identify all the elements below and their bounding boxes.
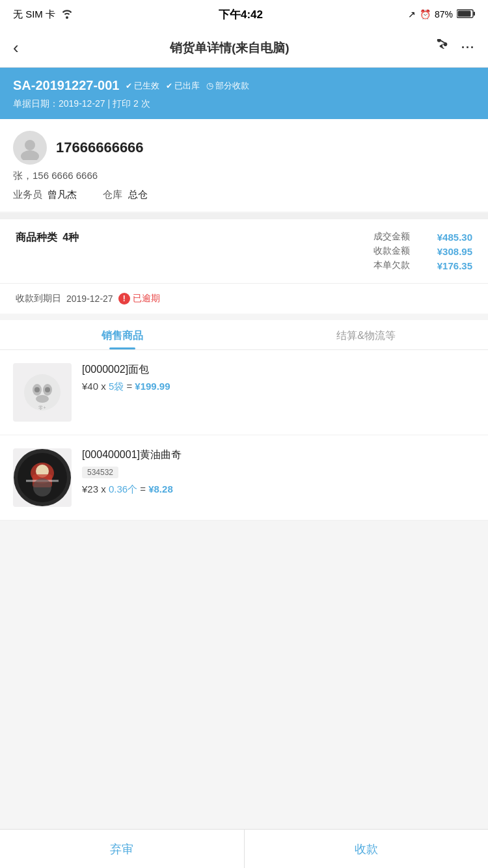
tab-sales-products[interactable]: 销售商品 [0, 320, 244, 349]
status-bar: 无 SIM 卡 下午4:42 ↗ ⏰ 87% [0, 0, 488, 29]
svg-point-4 [21, 150, 39, 160]
status-right: ↗ ⏰ 87% [408, 9, 475, 20]
overdue-text: 已逾期 [133, 293, 160, 305]
tab-settlement[interactable]: 结算&物流等 [244, 320, 488, 349]
page-title: 销货单详情(来自电脑) [25, 40, 434, 57]
svg-point-9 [45, 387, 50, 392]
customer-name: 张，156 6666 6666 [13, 170, 475, 182]
category-stat: 商品种类 4种 [16, 231, 79, 245]
product-image-1: 零+ [13, 363, 72, 422]
nav-bar: ‹ 销货单详情(来自电脑) ··· [0, 29, 488, 68]
wifi-icon [61, 8, 74, 21]
owed-label: 本单欠款 [373, 260, 410, 271]
list-item: [000400001]黄油曲奇 534532 ¥23 x 0.36个 = ¥8.… [0, 435, 488, 521]
order-id: SA-20191227-001 [13, 78, 119, 93]
product-info-1: [0000002]面包 ¥40 x 5袋 = ¥199.99 [82, 363, 475, 393]
overdue-badge: ! 已逾期 [118, 293, 160, 305]
product-price-2: ¥23 x 0.36个 = ¥8.28 [82, 483, 475, 496]
product-name-1: [0000002]面包 [82, 363, 475, 377]
order-date: 单据日期：2019-12-27 | 打印 2 次 [13, 98, 475, 110]
alarm-icon: ⏰ [420, 9, 431, 20]
badge-partial: 部分收款 [206, 80, 249, 92]
stats-section: 商品种类 4种 成交金额 ¥485.30 收款金额 ¥308.95 本单欠款 ¥… [0, 219, 488, 283]
status-time: 下午4:42 [219, 7, 263, 22]
customer-phone: 17666666666 [56, 139, 144, 156]
avatar [13, 131, 47, 165]
product-list: 零+ [0000002]面包 ¥40 x 5袋 = ¥199.99 [0, 350, 488, 521]
nav-actions: ··· [434, 39, 475, 57]
received-value: ¥308.95 [420, 246, 472, 257]
overdue-icon: ! [118, 293, 130, 305]
warehouse-field: 仓库 总仓 [103, 189, 147, 201]
svg-point-8 [34, 387, 40, 392]
deal-label: 成交金额 [373, 231, 410, 243]
owed-value: ¥176.35 [420, 260, 472, 271]
battery-icon [457, 9, 475, 20]
customer-section: 17666666666 张，156 6666 6666 业务员 曾凡杰 仓库 总… [0, 119, 488, 211]
svg-point-10 [36, 395, 49, 403]
svg-point-3 [25, 140, 35, 150]
amount-stats: 成交金额 ¥485.30 收款金额 ¥308.95 本单欠款 ¥176.35 [373, 231, 472, 271]
tabs-row: 销售商品 结算&物流等 [0, 320, 488, 350]
no-sim-text: 无 SIM 卡 [13, 8, 55, 21]
svg-rect-2 [457, 10, 470, 16]
due-section: 收款到期日 2019-12-27 ! 已逾期 [0, 283, 488, 314]
received-label: 收款金额 [373, 245, 410, 257]
due-label: 收款到期日 [16, 293, 61, 305]
deal-value: ¥485.30 [420, 232, 472, 243]
list-item: 零+ [0000002]面包 ¥40 x 5袋 = ¥199.99 [0, 350, 488, 435]
tabs-section: 销售商品 结算&物流等 [0, 320, 488, 350]
owed-row: 本单欠款 ¥176.35 [373, 260, 472, 271]
status-left: 无 SIM 卡 [13, 8, 74, 21]
svg-rect-1 [473, 12, 475, 16]
badge-active: 已生效 [126, 80, 159, 92]
received-row: 收款金额 ¥308.95 [373, 245, 472, 257]
product-price-1: ¥40 x 5袋 = ¥199.99 [82, 381, 475, 393]
share-icon[interactable] [434, 39, 448, 57]
bottom-bar: 弃审 收款 [0, 829, 488, 868]
order-banner: SA-20191227-001 已生效 已出库 部分收款 单据日期：2019-1… [0, 68, 488, 119]
product-name-2: [000400001]黄油曲奇 [82, 448, 475, 462]
back-button[interactable]: ‹ [13, 38, 19, 58]
abandon-review-button[interactable]: 弃审 [0, 830, 245, 868]
salesman-field: 业务员 曾凡杰 [13, 189, 77, 201]
collect-payment-button[interactable]: 收款 [245, 830, 489, 868]
battery-text: 87% [435, 9, 453, 20]
badge-shipped: 已出库 [166, 80, 200, 92]
due-date: 2019-12-27 [66, 293, 113, 304]
product-image-2 [13, 448, 72, 507]
product-info-2: [000400001]黄油曲奇 534532 ¥23 x 0.36个 = ¥8.… [82, 448, 475, 496]
deal-row: 成交金额 ¥485.30 [373, 231, 472, 243]
svg-text:零+: 零+ [38, 405, 46, 411]
more-icon[interactable]: ··· [461, 41, 475, 55]
divider-1 [0, 213, 488, 219]
svg-point-18 [33, 478, 51, 496]
location-icon: ↗ [408, 9, 416, 20]
product-sku-2: 534532 [82, 467, 118, 478]
customer-meta: 业务员 曾凡杰 仓库 总仓 [13, 189, 475, 201]
